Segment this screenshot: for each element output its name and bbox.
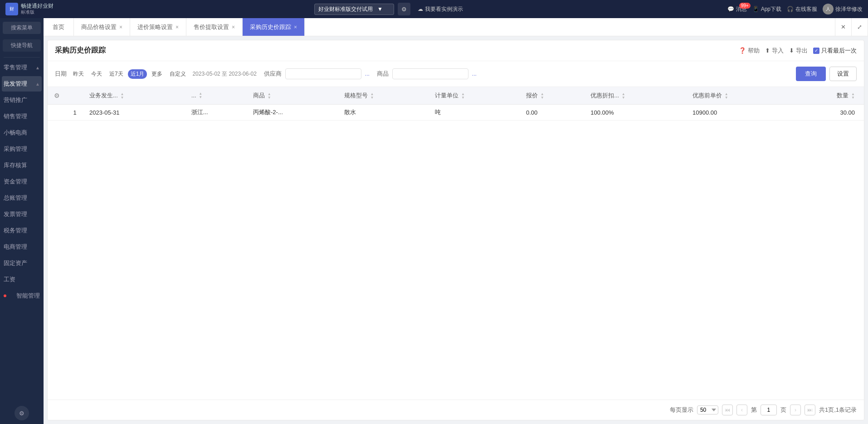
sidebar-item-invoice[interactable]: 发票管理 — [2, 207, 42, 222]
quick-nav-button[interactable]: 快捷导航 — [3, 39, 41, 52]
product-input[interactable] — [392, 68, 468, 79]
table-header: ⚙ 业务发生... ▲▼ ... ▲▼ — [48, 87, 864, 105]
next-page-button[interactable]: › — [790, 405, 801, 415]
date-option-today[interactable]: 今天 — [88, 69, 105, 79]
tab-purchase-history[interactable]: 采购历史价跟踪 × — [243, 18, 305, 36]
page-prefix: 第 — [751, 406, 757, 414]
column-settings-icon[interactable]: ⚙ — [54, 92, 60, 99]
sidebar-item-sales[interactable]: 销售管理 — [2, 109, 42, 124]
dot-indicator — [4, 294, 6, 297]
message-action[interactable]: 💬 消息 99+ — [727, 5, 747, 13]
supplier-label: 供应商 — [264, 70, 282, 78]
tab-close-icon[interactable]: × — [119, 24, 122, 30]
import-action[interactable]: ⬆ 导入 — [765, 47, 784, 55]
sort-icons: ▲▼ — [851, 92, 855, 100]
sort-icons: ▲▼ — [461, 92, 465, 100]
supplier-more[interactable]: ... — [365, 71, 370, 77]
row-unit: 吨 — [429, 105, 521, 120]
tab-close-icon[interactable]: × — [176, 24, 179, 30]
online-service-action[interactable]: 🎧 在线客服 — [787, 5, 817, 13]
row-spec: 散水 — [339, 105, 430, 120]
page-header-right: ❓ 帮助 ⬆ 导入 ⬇ 导出 ✓ 只看最后一次 — [739, 47, 857, 55]
date-option-yesterday[interactable]: 昨天 — [70, 69, 87, 79]
app-download-action[interactable]: 📱 App下载 — [752, 5, 781, 13]
col-pre-price: 优惠前单价 ▲▼ — [687, 87, 791, 105]
version-badge: 标准版 — [21, 9, 54, 15]
sidebar-item-ecommerce[interactable]: 电商管理 — [2, 239, 42, 255]
chevron-down-icon: ▼ — [377, 6, 383, 12]
pagination: 每页显示 102050100 ⏮ ‹ 第 页 › ⏭ 共1页,1条记录 — [48, 400, 864, 420]
supplier-input[interactable] — [285, 68, 361, 79]
date-option-7days[interactable]: 近7天 — [107, 69, 126, 79]
sidebar-item-intelligence[interactable]: 智能管理 — [2, 288, 42, 304]
last-page-button[interactable]: ⏭ — [805, 405, 815, 415]
page-input[interactable] — [761, 405, 777, 415]
sidebar-item-purchase[interactable]: 采购管理 — [2, 141, 42, 157]
export-icon: ⬇ — [789, 47, 794, 54]
col-discount: 优惠折扣... ▲▼ — [585, 87, 687, 105]
product-label: 商品 — [377, 70, 389, 78]
tab-bar: 首页 商品价格设置 × 进价策略设置 × 售价提取设置 × 采购历史价跟踪 × … — [44, 18, 868, 36]
table-header-row: ⚙ 业务发生... ▲▼ ... ▲▼ — [48, 87, 864, 105]
col-spec: 规格型号 ▲▼ — [339, 87, 430, 105]
sidebar-item-retail[interactable]: 零售管理 ▲ — [2, 60, 42, 75]
help-icon: ❓ — [739, 47, 746, 54]
table-row[interactable]: 1 2023-05-31 浙江... 丙烯酸-2-... 散水 吨 0.00 1… — [48, 105, 864, 120]
help-action[interactable]: ❓ 帮助 — [739, 47, 760, 55]
user-info[interactable]: 人 徐泽华修改 — [823, 4, 863, 14]
tab-expand-button[interactable]: ⤢ — [852, 18, 868, 36]
tab-product-price[interactable]: 商品价格设置 × — [74, 18, 130, 36]
date-label: 日期 — [55, 70, 67, 78]
sort-icons: ▲▼ — [622, 92, 625, 100]
sidebar-item-marketing[interactable]: 营销推广 — [2, 92, 42, 108]
sort-icons: ▲▼ — [199, 92, 202, 99]
tab-close-icon[interactable]: × — [294, 24, 297, 30]
sidebar-item-finance[interactable]: 资金管理 — [2, 174, 42, 189]
sidebar-item-payroll[interactable]: 工资 — [2, 272, 42, 287]
demo-button[interactable]: ☁ 我要看实例演示 — [414, 4, 467, 14]
tab-home[interactable]: 首页 — [44, 18, 74, 36]
message-icon: 💬 — [727, 6, 734, 12]
row-quantity: 30.00 — [791, 105, 864, 120]
sidebar-item-ledger[interactable]: 总账管理 — [2, 190, 42, 206]
date-range-display: 2023-05-02 至 2023-06-02 — [192, 70, 256, 78]
only-last-checkbox[interactable]: ✓ 只看最后一次 — [813, 47, 857, 55]
first-page-button[interactable]: ⏮ — [722, 405, 733, 415]
logo-icon: 财 — [5, 3, 18, 15]
tab-close-button[interactable]: ✕ — [835, 18, 852, 36]
date-option-more[interactable]: 更多 — [149, 69, 165, 79]
sidebar-settings-button[interactable]: ⚙ — [15, 406, 29, 420]
table-container: ⚙ 业务发生... ▲▼ ... ▲▼ — [48, 87, 864, 400]
sort-icons: ▲▼ — [120, 92, 124, 100]
version-select[interactable]: 好业财标准版交付试用 ▼ — [314, 4, 394, 15]
settings-button[interactable]: 设置 — [829, 67, 857, 81]
search-menu-button[interactable]: 搜索菜单 — [3, 22, 41, 34]
export-action[interactable]: ⬇ 导出 — [789, 47, 808, 55]
sidebar-item-fixed-assets[interactable]: 固定资产 — [2, 255, 42, 271]
date-option-custom[interactable]: 自定义 — [167, 69, 189, 79]
sidebar-item-ecommerce-small[interactable]: 小畅电商 — [2, 125, 42, 140]
sidebar-bottom: ⚙ — [0, 402, 44, 424]
app-logo: 财 畅捷通好业财 标准版 — [5, 3, 54, 15]
prev-page-button[interactable]: ‹ — [736, 405, 747, 415]
sort-icons: ▲▼ — [725, 92, 728, 100]
date-option-1month[interactable]: 近1月 — [128, 69, 147, 79]
row-product: 丙烯酸-2-... — [248, 105, 339, 120]
date-options: 昨天 今天 近7天 近1月 更多 自定义 — [70, 69, 189, 79]
product-more[interactable]: ... — [472, 71, 477, 77]
col-unit: 计量单位 ▲▼ — [429, 87, 521, 105]
row-price: 0.00 — [521, 105, 585, 120]
tab-price-extract[interactable]: 售价提取设置 × — [186, 18, 243, 36]
query-button[interactable]: 查询 — [796, 67, 826, 81]
sidebar-item-inventory[interactable]: 库存核算 — [2, 158, 42, 173]
tab-close-icon[interactable]: × — [232, 24, 235, 30]
page-size-select[interactable]: 102050100 — [697, 405, 718, 414]
sidebar-search-section: 搜索菜单 — [0, 18, 44, 38]
col-num — [66, 87, 84, 105]
sidebar-item-wholesale[interactable]: 批发管理 ▲ — [2, 76, 42, 92]
row-date: 2023-05-31 — [84, 105, 186, 120]
headset-icon: 🎧 — [787, 6, 794, 12]
tab-price-strategy[interactable]: 进价策略设置 × — [130, 18, 186, 36]
gear-button[interactable]: ⚙ — [398, 3, 410, 15]
sidebar-item-tax[interactable]: 税务管理 — [2, 223, 42, 238]
